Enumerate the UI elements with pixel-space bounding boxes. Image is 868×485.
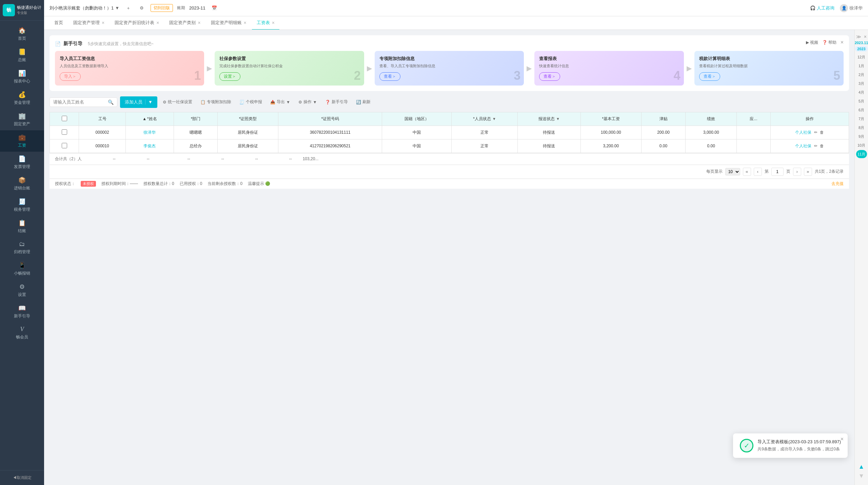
user-info[interactable]: 👤 徐泽华 bbox=[840, 4, 863, 12]
month-4[interactable]: 4月 bbox=[856, 88, 867, 96]
employee-name-link[interactable]: 徐泽华 bbox=[143, 130, 156, 135]
month-5[interactable]: 5月 bbox=[856, 97, 867, 105]
month-10[interactable]: 10月 bbox=[856, 141, 867, 149]
sidebar-item-member[interactable]: V 畅会员 bbox=[0, 322, 44, 343]
guide-step-2: 社保参数设置 完成社保参数设置自动计算社保公积金 设置＞ 2 bbox=[215, 51, 364, 86]
status-filter-icon[interactable]: ▼ bbox=[492, 117, 496, 121]
tab-fixed-assets-category[interactable]: 固定资产类别 × bbox=[164, 16, 205, 30]
step-btn-1[interactable]: 导入＞ bbox=[60, 72, 81, 81]
edit-icon[interactable]: ✏ bbox=[814, 144, 817, 148]
tab-close-icon[interactable]: × bbox=[198, 20, 200, 25]
row-checkbox[interactable] bbox=[62, 143, 67, 148]
sidebar-item-settle[interactable]: 📋 结账 bbox=[0, 216, 44, 237]
month-11[interactable]: 11月 bbox=[856, 150, 867, 158]
delete-icon[interactable]: 🗑 bbox=[820, 144, 824, 148]
search-icon[interactable]: 🔍 bbox=[108, 99, 114, 105]
guide-title: 📄 新手引导 5步快速完成设置，快去完善信息吧~ bbox=[55, 41, 844, 47]
step-btn-2[interactable]: 设置＞ bbox=[219, 72, 240, 81]
tab-close-icon[interactable]: × bbox=[156, 20, 159, 25]
sidebar-item-ledger[interactable]: 📒 总账 bbox=[0, 45, 44, 66]
sidebar-item-archive[interactable]: 🗂 归档管理 bbox=[0, 237, 44, 258]
toast-close-button[interactable]: × bbox=[841, 436, 844, 442]
sidebar-item-payroll[interactable]: 💼 工资 bbox=[0, 130, 44, 152]
operations-button[interactable]: ⚙ 操作 ▼ bbox=[296, 98, 320, 106]
dash-5: -- bbox=[255, 156, 258, 161]
sidebar-item-invoice[interactable]: 📄 发票管理 bbox=[0, 152, 44, 173]
tab-close-icon[interactable]: × bbox=[272, 20, 275, 25]
app-version: 专业版 bbox=[17, 11, 41, 15]
cancel-pin-button[interactable]: ◀取消固定 bbox=[3, 473, 41, 482]
panel-close-icon[interactable]: × bbox=[864, 34, 867, 39]
tab-label: 固定资产明细账 bbox=[211, 20, 242, 26]
employee-performance: 0.00 bbox=[686, 139, 737, 153]
sidebar-item-settings[interactable]: ⚙ 设置 bbox=[0, 280, 44, 301]
social-insurance-link[interactable]: 个人社保 bbox=[795, 130, 811, 135]
video-link[interactable]: ▶ 视频 bbox=[806, 40, 818, 45]
prev-page-button[interactable]: ‹ bbox=[754, 168, 762, 176]
up-nav-icon[interactable]: ▲ bbox=[859, 463, 865, 470]
report-filter-icon[interactable]: ▼ bbox=[556, 117, 560, 121]
export-button[interactable]: 📤 导出 ▼ bbox=[268, 98, 293, 106]
sidebar-item-tax[interactable]: 🧾 税务管理 bbox=[0, 194, 44, 216]
tab-home[interactable]: 首页 bbox=[50, 16, 68, 30]
refresh-button[interactable]: 🔄 刷新 bbox=[353, 98, 373, 106]
step-btn-4[interactable]: 查看＞ bbox=[539, 72, 560, 81]
calendar-icon[interactable]: 📅 bbox=[210, 3, 219, 13]
sidebar-item-guide[interactable]: 📖 新手引导 bbox=[0, 301, 44, 322]
tab-close-icon[interactable]: × bbox=[244, 20, 246, 25]
recharge-link[interactable]: 去充值 bbox=[831, 181, 844, 187]
row-checkbox[interactable] bbox=[62, 129, 67, 135]
next-page-button[interactable]: › bbox=[793, 168, 801, 176]
delete-icon[interactable]: 🗑 bbox=[820, 130, 824, 135]
employee-name-link[interactable]: 李俊杰 bbox=[143, 144, 156, 148]
account-selector[interactable]: 刘小艳演示账套（勿删勿动！）1 ▼ bbox=[50, 5, 119, 11]
add-person-button[interactable]: 添加人员 ▼ bbox=[120, 96, 157, 108]
tab-fixed-assets-depreciation[interactable]: 固定资产折旧统计表 × bbox=[110, 16, 164, 30]
last-page-button[interactable]: » bbox=[804, 168, 812, 176]
tax-declaration-button[interactable]: 🧾 个税申报 bbox=[237, 98, 265, 106]
panel-collapse-icon[interactable]: ≫ bbox=[856, 34, 861, 39]
tab-close-icon[interactable]: × bbox=[102, 20, 104, 25]
select-all-checkbox[interactable] bbox=[62, 116, 67, 121]
month-3[interactable]: 3月 bbox=[856, 79, 867, 88]
month-6[interactable]: 6月 bbox=[856, 106, 867, 114]
sidebar-item-assets[interactable]: 🏢 固定资产 bbox=[0, 109, 44, 130]
search-input[interactable] bbox=[53, 99, 106, 105]
month-9[interactable]: 9月 bbox=[856, 132, 867, 141]
guide-close-button[interactable]: × bbox=[841, 39, 844, 45]
help-link[interactable]: ❓ 帮助 bbox=[822, 40, 836, 45]
first-page-button[interactable]: « bbox=[743, 168, 751, 176]
th-allowance: 津贴 bbox=[641, 112, 685, 126]
social-insurance-link[interactable]: 个人社保 bbox=[795, 144, 811, 148]
year-badge[interactable]: 2023 bbox=[855, 46, 867, 52]
month-7[interactable]: 7月 bbox=[856, 115, 867, 123]
step-btn-3[interactable]: 查看＞ bbox=[379, 72, 400, 81]
step-btn-5[interactable]: 查看＞ bbox=[699, 72, 720, 81]
sidebar-item-finance[interactable]: 💰 资金管理 bbox=[0, 88, 44, 109]
month-1[interactable]: 1月 bbox=[856, 62, 867, 70]
tab-fixed-assets-mgmt[interactable]: 固定资产管理 × bbox=[68, 16, 109, 30]
page-number-input[interactable] bbox=[771, 168, 784, 176]
sidebar-item-home[interactable]: 🏠 首页 bbox=[0, 23, 44, 45]
sidebar-item-inventory[interactable]: 📦 进销台账 bbox=[0, 173, 44, 194]
employee-dept: 嗯嗯嗯 bbox=[174, 126, 218, 139]
page-size-select[interactable]: 10 20 50 bbox=[725, 168, 740, 175]
version-button[interactable]: 切到旧版 bbox=[151, 4, 173, 12]
sidebar-item-reports[interactable]: 📊 报表中心 bbox=[0, 66, 44, 88]
month-8[interactable]: 8月 bbox=[856, 124, 867, 132]
add-account-button[interactable]: ＋ bbox=[123, 3, 133, 13]
remaining-label: 当前剩余授权数：0 bbox=[208, 181, 242, 187]
settings-button[interactable]: ⚙ bbox=[137, 3, 146, 13]
month-2[interactable]: 2月 bbox=[856, 71, 867, 79]
guide-banner: ▶ 视频 ❓ 帮助 × 📄 新手引导 5步快速完成设置，快去完善信息吧~ bbox=[50, 35, 849, 91]
social-security-settings-button[interactable]: ⚙ 统一社保设置 bbox=[160, 98, 195, 106]
month-12[interactable]: 12月 bbox=[856, 53, 867, 61]
down-nav-icon[interactable]: ▼ bbox=[859, 472, 865, 480]
special-deduction-button[interactable]: 📋 专项附加扣除 bbox=[198, 98, 234, 106]
guide-help-button[interactable]: ❓ 新手引导 bbox=[322, 98, 351, 106]
tab-payroll[interactable]: 工资表 × bbox=[252, 16, 279, 30]
tab-fixed-assets-detail[interactable]: 固定资产明细账 × bbox=[206, 16, 251, 30]
edit-icon[interactable]: ✏ bbox=[814, 130, 817, 135]
ai-help-button[interactable]: 🎧 人工咨询 bbox=[810, 5, 834, 11]
sidebar-item-expense[interactable]: 📱 小畅报销 bbox=[0, 258, 44, 280]
